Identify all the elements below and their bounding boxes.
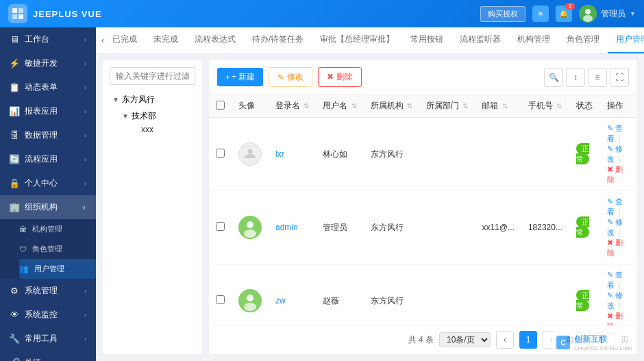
- login-link-0[interactable]: lxr: [275, 149, 284, 159]
- sidebar-item-org-mgr[interactable]: 🏛 机构管理: [19, 219, 96, 239]
- tab-undone[interactable]: 未完成: [145, 27, 186, 53]
- action-cell-1: ✎ 查看 | ✎ 修改 | ✖ 删除: [600, 191, 637, 264]
- sidebar-item-data[interactable]: 🗄 数据管理 ›: [0, 123, 96, 147]
- sidebar-label-report: 报表应用: [25, 105, 58, 117]
- refresh-button[interactable]: ↕: [566, 68, 585, 87]
- email-0: [475, 118, 521, 191]
- main-area: ‹ 已完成 未完成 流程表达式 待办/待签任务 审批【总经理审批】 常用按钮 流…: [96, 27, 644, 361]
- row-checkbox-0[interactable]: [216, 149, 225, 158]
- tree-root-text: 东方风行: [122, 94, 155, 105]
- tab-flow-expr[interactable]: 流程表达式: [186, 27, 244, 53]
- sidebar-label-workspace: 工作台: [25, 34, 49, 45]
- agile-chevron: ›: [84, 60, 86, 67]
- tree-dept-label[interactable]: ▼ 技术部: [119, 109, 195, 123]
- column-toggle-button[interactable]: ≡: [588, 68, 607, 87]
- edit-button[interactable]: ✎ 修改: [269, 67, 312, 87]
- tab-org-mgmt[interactable]: 机构管理: [509, 27, 558, 53]
- sidebar-item-workspace[interactable]: 🖥 工作台 ›: [0, 27, 96, 51]
- logo-area: JEEPLUS VUE: [8, 4, 480, 23]
- action-cell-0: ✎ 查看 | ✎ 修改 | ✖ 删除: [600, 118, 637, 191]
- admin-chevron-icon: ▼: [630, 10, 636, 17]
- sidebar-item-user-mgr[interactable]: 👥 用户管理: [19, 259, 96, 279]
- app-container: JEEPLUS VUE 购买授权 ☀ 🔔 1 管理员 ▼: [0, 0, 644, 361]
- tab-common-btn[interactable]: 常用按钮: [402, 27, 451, 53]
- tree-dept-text: 技术部: [132, 110, 156, 122]
- delete-link-2[interactable]: ✖ 删除: [607, 312, 623, 325]
- tree-dept-node: ▼ 技术部 xxx: [119, 107, 195, 138]
- login-link-1[interactable]: admin: [275, 223, 298, 232]
- delete-button[interactable]: ✖ 删除: [318, 67, 361, 87]
- admin-name: 管理员: [601, 8, 626, 20]
- tree-root-label[interactable]: ▼ 东方风行: [110, 92, 195, 107]
- data-chevron: ›: [84, 132, 86, 139]
- sidebar-item-sys-monitor[interactable]: 👁 系统监控 ›: [0, 303, 96, 327]
- sidebar-item-sys-mgr[interactable]: ⚙ 系统管理 ›: [0, 279, 96, 303]
- header-checkbox-cell: [209, 95, 232, 118]
- username-sort-icon[interactable]: ⇅: [351, 102, 357, 110]
- table-row: zw赵薇东方风行正常 ✎ 查看 | ✎ 修改 | ✖ 删除: [209, 264, 637, 325]
- tab-done[interactable]: 已完成: [104, 27, 145, 53]
- login-link-2[interactable]: zw: [275, 296, 286, 306]
- sidebar-item-dynamic[interactable]: 📋 动态表单 ›: [0, 75, 96, 99]
- prev-page-button[interactable]: ‹: [496, 331, 514, 349]
- tree-leaf-xxx[interactable]: xxx: [129, 123, 195, 136]
- header-login: 登录名 ⇅: [269, 95, 316, 118]
- personal-chevron: ›: [84, 180, 86, 187]
- tree-search-input[interactable]: [110, 67, 195, 85]
- row-checkbox-1[interactable]: [216, 222, 225, 231]
- theme-button[interactable]: ☀: [532, 5, 549, 22]
- email-1: xx11@...: [475, 191, 521, 264]
- sys-monitor-chevron: ›: [84, 312, 86, 319]
- add-icon: +: [225, 73, 230, 82]
- report-chevron: ›: [84, 108, 86, 115]
- dept-sort-icon[interactable]: ⇅: [462, 102, 468, 110]
- avatar-2: [238, 289, 262, 312]
- sidebar-item-flow[interactable]: 🔄 流程应用 ›: [0, 147, 96, 171]
- tab-flow-listener[interactable]: 流程监听器: [451, 27, 509, 53]
- tools-chevron: ›: [84, 336, 86, 343]
- tab-user-mgmt[interactable]: 用户管理 ×: [608, 27, 644, 53]
- sidebar-item-org[interactable]: 🏢 组织机构 ∨: [0, 195, 96, 219]
- page-content: ▼ 东方风行 ▼ 技术部 xxx: [96, 53, 644, 361]
- tree-root-arrow: ▼: [112, 96, 119, 103]
- page-1-button[interactable]: 1: [519, 331, 537, 349]
- fullscreen-button[interactable]: ⛶: [610, 68, 629, 87]
- personal-icon: 🔒: [10, 179, 19, 188]
- delete-link-1[interactable]: ✖ 删除: [607, 238, 623, 257]
- sidebar-item-role-mgr[interactable]: 🛡 角色管理: [19, 239, 96, 259]
- avatar-placeholder-0: [238, 142, 262, 166]
- tab-approve[interactable]: 审批【总经理审批】: [312, 27, 402, 53]
- sidebar-item-external[interactable]: 🔗 外链 ›: [0, 351, 96, 361]
- notification-button[interactable]: 🔔 1: [556, 5, 572, 22]
- add-button[interactable]: + + 新建: [217, 68, 263, 86]
- tree-panel: ▼ 东方风行 ▼ 技术部 xxx: [103, 60, 202, 354]
- phone-sort-icon[interactable]: ⇅: [556, 102, 562, 110]
- svg-point-14: [244, 303, 256, 311]
- sidebar-item-personal[interactable]: 🔒 个人中心 ›: [0, 171, 96, 195]
- sys-mgr-icon: ⚙: [10, 286, 19, 296]
- org-1: 东方风行: [364, 191, 419, 264]
- sidebar-item-agile[interactable]: ⚡ 敏捷开发 ›: [0, 51, 96, 75]
- email-sort-icon[interactable]: ⇅: [502, 102, 508, 110]
- tree-children: ▼ 技术部 xxx: [110, 107, 195, 138]
- sys-mgr-chevron: ›: [84, 288, 86, 295]
- search-button[interactable]: 🔍: [544, 68, 563, 87]
- delete-link-0[interactable]: ✖ 删除: [607, 165, 623, 184]
- header-right: 购买授权 ☀ 🔔 1 管理员 ▼: [480, 5, 636, 23]
- org-sort-icon[interactable]: ⇅: [407, 102, 412, 110]
- row-checkbox-2[interactable]: [216, 295, 225, 304]
- tab-role-mgmt[interactable]: 角色管理: [558, 27, 608, 53]
- sidebar-item-tools[interactable]: 🔧 常用工具 ›: [0, 327, 96, 351]
- dynamic-icon: 📋: [10, 83, 19, 92]
- tools-icon: 🔧: [10, 334, 19, 344]
- select-all-checkbox[interactable]: [216, 101, 225, 110]
- tab-pending[interactable]: 待办/待签任务: [244, 27, 312, 53]
- sidebar-label-agile: 敏捷开发: [25, 58, 58, 69]
- table-row: lxr林心如东方风行正常 ✎ 查看 | ✎ 修改 | ✖ 删除: [209, 118, 637, 191]
- purchase-button[interactable]: 购买授权: [480, 6, 525, 22]
- action-cell-2: ✎ 查看 | ✎ 修改 | ✖ 删除: [600, 264, 637, 325]
- admin-area[interactable]: 管理员 ▼: [579, 5, 636, 23]
- page-size-select[interactable]: 10条/页 20条/页 50条/页: [439, 332, 491, 347]
- sidebar-item-report[interactable]: 📊 报表应用 ›: [0, 99, 96, 123]
- login-sort-icon[interactable]: ⇅: [304, 102, 309, 110]
